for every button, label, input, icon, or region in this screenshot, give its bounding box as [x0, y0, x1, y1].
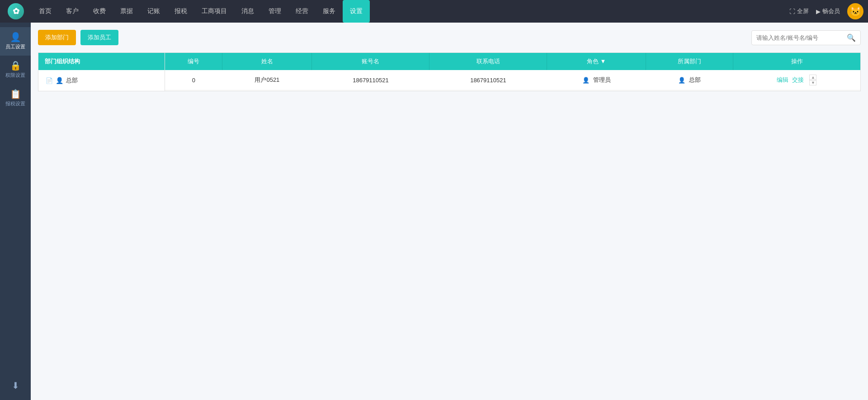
member-label: 畅会员 — [822, 7, 840, 15]
nav-menu: 首页 客户 收费 票据 记账 报税 工商项目 消息 管理 经营 服务 设置 — [32, 0, 789, 23]
table-layout: 部门组织结构 📄 👤 总部 编号 姓名 账号名 — [38, 52, 861, 91]
tree-body: 📄 👤 总部 — [38, 70, 165, 91]
fullscreen-button[interactable]: ⛶ 全屏 — [789, 7, 809, 15]
top-navigation: ✿ 首页 客户 收费 票据 记账 报税 工商项目 消息 管理 经营 服务 设置 … — [0, 0, 868, 23]
col-phone: 联系电话 — [429, 53, 547, 70]
sidebar-permission-label: 权限设置 — [5, 72, 25, 79]
col-account: 账号名 — [312, 53, 429, 70]
cell-role: 👤 管理员 — [547, 70, 646, 90]
sidebar-item-employee[interactable]: 👤 员工设置 — [0, 27, 31, 56]
file-icon: 📄 — [46, 77, 53, 84]
sidebar-item-taxsettings[interactable]: 📋 报税设置 — [0, 84, 31, 113]
role-user-icon: 👤 — [582, 77, 590, 84]
app-logo: ✿ — [5, 0, 27, 23]
nav-message[interactable]: 消息 — [234, 0, 261, 23]
department-tree-panel: 部门组织结构 📄 👤 总部 — [38, 53, 165, 91]
fullscreen-icon: ⛶ — [789, 8, 795, 15]
member-icon: ▶ — [816, 8, 821, 15]
permission-icon: 🔒 — [10, 61, 21, 70]
cell-phone: 18679110521 — [429, 70, 547, 90]
spin-up-button[interactable]: ▲ — [809, 75, 816, 80]
taxsettings-icon: 📋 — [10, 89, 21, 99]
table-header-row: 编号 姓名 账号名 联系电话 角色 ▼ 所属部门 操作 — [165, 53, 860, 70]
person-icon: 👤 — [56, 77, 63, 84]
tree-item-general[interactable]: 📄 👤 总部 — [42, 74, 161, 87]
sidebar-bottom: ⬇ — [8, 376, 23, 395]
nav-tax[interactable]: 报税 — [167, 0, 194, 23]
cell-name: 用户0521 — [222, 70, 312, 90]
nav-home[interactable]: 首页 — [32, 0, 59, 23]
data-table-wrapper: 编号 姓名 账号名 联系电话 角色 ▼ 所属部门 操作 0 用户0521 — [165, 53, 860, 91]
nav-bill[interactable]: 票据 — [113, 0, 140, 23]
row-spin-buttons: ▲ ▼ — [809, 75, 816, 85]
col-role[interactable]: 角色 ▼ — [547, 53, 646, 70]
cell-dept: 👤 总部 — [646, 70, 733, 90]
download-icon: ⬇ — [12, 381, 19, 390]
fullscreen-label: 全屏 — [797, 7, 809, 15]
nav-customer[interactable]: 客户 — [59, 0, 86, 23]
transfer-action-link[interactable]: 交接 — [792, 76, 804, 84]
cell-actions: 编辑 交接 ▲ ▼ — [733, 70, 860, 90]
add-employee-button[interactable]: 添加员工 — [80, 30, 118, 45]
edit-action-link[interactable]: 编辑 — [777, 76, 788, 84]
table-row: 0 用户0521 18679110521 18679110521 👤 管理员 — [165, 70, 860, 90]
spin-down-button[interactable]: ▼ — [809, 80, 816, 85]
employee-icon: 👤 — [10, 33, 21, 42]
user-avatar[interactable]: 🐱 — [847, 3, 863, 19]
sidebar: 👤 员工设置 🔒 权限设置 📋 报税设置 ⬇ — [0, 23, 31, 400]
tree-header: 部门组织结构 — [38, 53, 165, 70]
cell-account: 18679110521 — [312, 70, 429, 90]
nav-operation[interactable]: 经营 — [288, 0, 316, 23]
role-label: 管理员 — [593, 76, 611, 84]
col-id: 编号 — [165, 53, 222, 70]
sidebar-download-button[interactable]: ⬇ — [8, 376, 23, 395]
sidebar-employee-label: 员工设置 — [5, 43, 25, 50]
add-department-button[interactable]: 添加部门 — [38, 30, 76, 45]
nav-manage[interactable]: 管理 — [261, 0, 288, 23]
dept-user-icon: 👤 — [678, 77, 685, 84]
cell-id: 0 — [165, 70, 222, 90]
employee-table: 编号 姓名 账号名 联系电话 角色 ▼ 所属部门 操作 0 用户0521 — [165, 53, 860, 90]
search-button[interactable]: 🔍 — [842, 31, 860, 45]
sidebar-item-permission[interactable]: 🔒 权限设置 — [0, 56, 31, 84]
nav-right-area: ⛶ 全屏 ▶ 畅会员 🐱 — [789, 3, 863, 19]
col-name: 姓名 — [222, 53, 312, 70]
logo-icon: ✿ — [8, 3, 24, 19]
search-input[interactable] — [752, 32, 842, 44]
col-dept: 所属部门 — [646, 53, 733, 70]
sidebar-taxsettings-label: 报税设置 — [5, 100, 25, 107]
nav-settings[interactable]: 设置 — [343, 0, 370, 23]
main-content: 添加部门 添加员工 🔍 部门组织结构 📄 👤 总部 — [31, 23, 868, 400]
nav-fee[interactable]: 收费 — [86, 0, 113, 23]
member-button[interactable]: ▶ 畅会员 — [816, 7, 840, 15]
nav-bizproject[interactable]: 工商项目 — [194, 0, 234, 23]
col-actions: 操作 — [733, 53, 860, 70]
search-box: 🔍 — [751, 30, 861, 45]
tree-item-label: 总部 — [66, 76, 78, 85]
main-layout: 👤 员工设置 🔒 权限设置 📋 报税设置 ⬇ 添加部门 添加员工 🔍 — [0, 23, 868, 400]
nav-service[interactable]: 服务 — [316, 0, 343, 23]
nav-accounting[interactable]: 记账 — [140, 0, 167, 23]
toolbar: 添加部门 添加员工 🔍 — [38, 30, 861, 45]
dept-label: 总部 — [689, 76, 701, 84]
